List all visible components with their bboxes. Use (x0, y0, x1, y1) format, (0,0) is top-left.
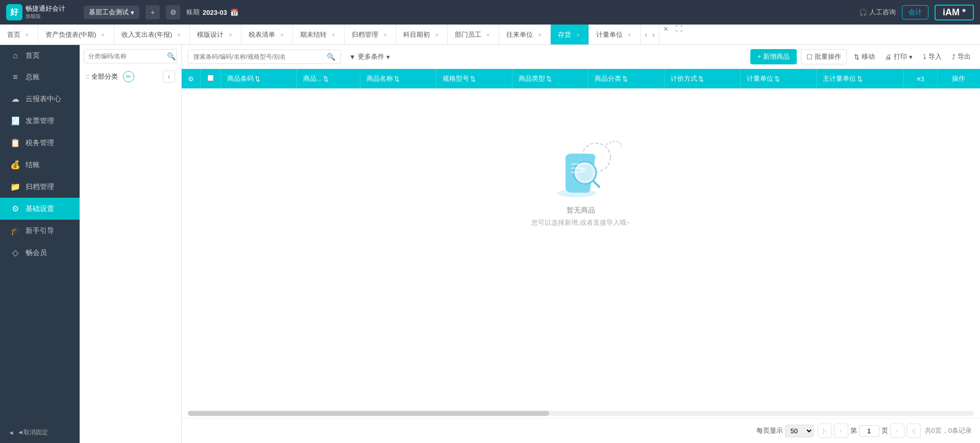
th-type[interactable]: 商品类型⇅ (512, 69, 589, 88)
tab-subject-init-close[interactable]: × (433, 31, 440, 38)
page-size-select[interactable]: 10 20 50 100 (785, 425, 814, 437)
tab-taxclear[interactable]: 税表清单 × (241, 25, 293, 44)
account-button[interactable]: 会计 (902, 5, 928, 19)
category-search-box[interactable]: 🔍 (84, 49, 177, 63)
sidebar-unpin-button[interactable]: ◄ ◄取消固定 (0, 422, 80, 443)
sidebar-item-close[interactable]: 💰 结账 (0, 154, 80, 176)
sidebar-item-archive[interactable]: 📁 归档管理 (0, 176, 80, 198)
th-code-label: 商品... (303, 74, 322, 83)
tab-archive-label: 归档管理 (352, 30, 378, 39)
category-edit-button[interactable]: ✏ (123, 71, 134, 82)
th-barcode[interactable]: 商品条码⇅ (221, 69, 297, 88)
sidebar-item-ledger-label: 总账 (26, 73, 40, 82)
horizontal-scrollbar[interactable] (182, 409, 980, 418)
sidebar-item-invoice-label: 发票管理 (26, 116, 54, 126)
home-icon: ⌂ (10, 51, 20, 60)
tab-dept-staff-close[interactable]: × (484, 31, 492, 38)
th-unit[interactable]: 计量单位⇅ (741, 69, 817, 88)
page-first-button[interactable]: |‹ (818, 424, 832, 438)
th-code[interactable]: 商品...⇅ (297, 69, 360, 88)
product-search-box[interactable]: 🔍 (188, 50, 341, 64)
company-selector[interactable]: 基层工会测试 ▾ (84, 6, 139, 19)
tab-template[interactable]: 模版设计 × (190, 25, 241, 44)
tab-income-close[interactable]: × (175, 31, 182, 38)
page-prev-button[interactable]: ‹ (834, 424, 848, 438)
tab-unit-close[interactable]: × (626, 31, 633, 38)
sort-icon-category: ⇅ (622, 75, 628, 83)
batch-operation-button[interactable]: ☐ 批量操作 (801, 49, 847, 64)
th-price-method[interactable]: 计价方式⇅ (665, 69, 741, 88)
toolbar-right: + 新增商品 ☐ 批量操作 ⇅ 移动 🖨 打印 ▾ (750, 49, 974, 64)
filter-chevron-icon: ▾ (386, 53, 390, 61)
help-button[interactable]: 🎧 人工咨询 (859, 8, 896, 17)
category-search-input[interactable] (88, 53, 165, 60)
checkbox-icon: ☐ (806, 53, 813, 61)
more-filter-button[interactable]: ▼ 更多条件 ▾ (345, 50, 394, 64)
th-category[interactable]: 商品分类⇅ (589, 69, 665, 88)
tab-customer-label: 往来单位 (506, 30, 533, 39)
left-panel-collapse-button[interactable]: ‹ (163, 71, 175, 83)
th-checkbox[interactable] (201, 69, 221, 88)
tab-archive[interactable]: 归档管理 × (345, 25, 396, 44)
sidebar-item-member[interactable]: ◇ 畅会员 (0, 242, 80, 264)
product-search-icon[interactable]: 🔍 (327, 53, 335, 61)
page-number-input[interactable] (859, 425, 879, 437)
import-button[interactable]: ⤵ 导入 (920, 50, 945, 64)
sidebar-item-basic[interactable]: ⚙ 基础设置 (0, 198, 80, 220)
tab-assets-close[interactable]: × (100, 31, 107, 38)
add-product-button[interactable]: + 新增商品 (750, 49, 797, 64)
tab-customer[interactable]: 往来单位 × (499, 25, 551, 44)
tab-inventory[interactable]: 存货 × (551, 25, 589, 44)
sidebar-item-home[interactable]: ⌂ 首页 (0, 45, 80, 66)
sidebar-item-newbie[interactable]: 🎓 新手引导 (0, 220, 80, 242)
tab-inventory-close[interactable]: × (574, 31, 581, 38)
print-button[interactable]: 🖨 打印 ▾ (882, 50, 916, 64)
tab-archive-close[interactable]: × (381, 31, 388, 38)
tab-expand-button[interactable]: ⛶ (672, 25, 685, 44)
sidebar-item-close-label: 结账 (26, 160, 40, 170)
tab-home[interactable]: 首页 × (0, 25, 38, 44)
th-name-label: 商品名称 (366, 74, 393, 83)
category-search-icon[interactable]: 🔍 (167, 52, 176, 60)
select-all-checkbox[interactable] (207, 75, 214, 81)
sidebar-item-invoice[interactable]: 🧾 发票管理 (0, 110, 80, 132)
tab-next-button[interactable]: › (650, 30, 657, 40)
sidebar-item-ledger[interactable]: ≡ 总账 (0, 66, 80, 88)
th-spec[interactable]: 规格型号⇅ (436, 69, 512, 88)
tab-period-end-close[interactable]: × (330, 31, 337, 38)
th-main-unit[interactable]: 主计量单位⇅ (817, 69, 904, 88)
product-search-input[interactable] (193, 53, 325, 60)
category-header[interactable]: :: 全部分类 ✏ ‹ (84, 67, 177, 86)
grid-icon: :: (86, 73, 89, 80)
iam-badge[interactable]: iAM * (935, 5, 974, 20)
tab-home-close[interactable]: × (23, 31, 31, 38)
export-button[interactable]: ⤴ 导出 (949, 50, 974, 64)
th-name[interactable]: 商品名称⇅ (360, 69, 436, 88)
tab-template-close[interactable]: × (227, 31, 234, 38)
sidebar-item-reports[interactable]: ☁ 云报表中心 (0, 88, 80, 110)
th-category-label: 商品分类 (595, 74, 621, 83)
tab-close-all-button[interactable]: × (659, 25, 672, 44)
page-size-selector[interactable]: 每页显示 10 20 50 100 (756, 425, 814, 437)
page-last-button[interactable]: ›| (906, 424, 921, 438)
th-settings[interactable]: ⚙ (182, 69, 201, 88)
page-next-button[interactable]: › (890, 424, 904, 438)
tab-prev-button[interactable]: ‹ (643, 30, 649, 40)
tab-assets[interactable]: 资产负债表(中期) × (38, 25, 114, 44)
move-button[interactable]: ⇅ 移动 (851, 50, 878, 64)
tab-customer-close[interactable]: × (536, 31, 543, 38)
tab-unit[interactable]: 计量单位 × (589, 25, 641, 44)
tab-taxclear-close[interactable]: × (278, 31, 285, 38)
tab-income[interactable]: 收入支出表(年报) × (114, 25, 190, 44)
sidebar-item-tax[interactable]: 📋 税务管理 (0, 132, 80, 154)
page-size-label: 每页显示 (756, 426, 783, 435)
tab-period-end[interactable]: 期末结转 × (293, 25, 345, 44)
calendar-icon[interactable]: 📅 (230, 9, 238, 16)
tab-dept-staff[interactable]: 部门员工 × (448, 25, 499, 44)
tab-subject-init[interactable]: 科目期初 × (396, 25, 448, 44)
svg-marker-1 (621, 143, 622, 147)
settings-button[interactable]: ⚙ (166, 5, 180, 19)
th-col3[interactable]: ≡3 (903, 69, 937, 88)
add-tab-button[interactable]: + (145, 5, 160, 19)
th-col3-label: ≡3 (917, 75, 924, 83)
